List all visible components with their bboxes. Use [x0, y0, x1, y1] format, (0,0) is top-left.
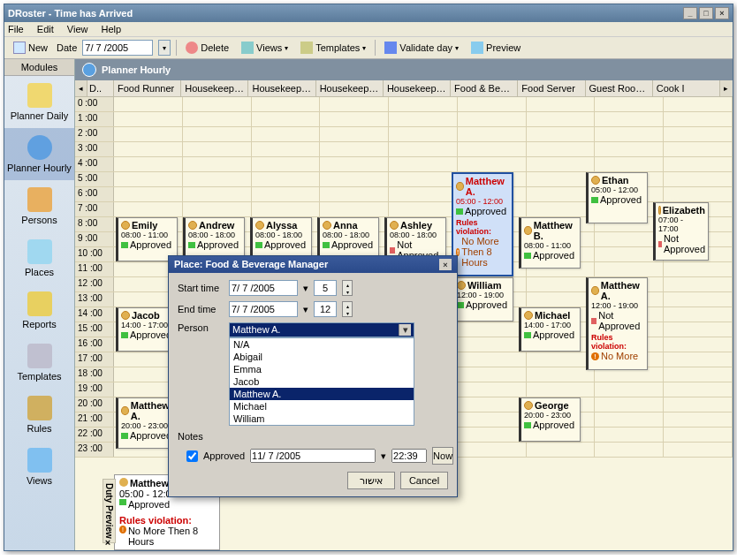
close-button[interactable]: ×: [715, 7, 729, 19]
menu-bar: File Edit View Help: [4, 22, 733, 37]
validate-button[interactable]: Validate day▾: [381, 40, 462, 56]
card-michael[interactable]: Michael 14:00 - 17:00 Approved: [519, 307, 581, 352]
window-title: DRoster - Time has Arrived: [8, 8, 133, 19]
card-matthew-b[interactable]: Matthew B. 08:00 - 11:00 Approved: [519, 217, 581, 269]
templates-button[interactable]: Templates▾: [297, 40, 369, 56]
approved-date-drop[interactable]: ▾: [381, 450, 386, 462]
preview-button[interactable]: Preview: [467, 40, 524, 56]
time-column-header: D..: [87, 80, 114, 96]
menu-file[interactable]: File: [8, 24, 24, 34]
end-time-label: End time: [178, 304, 224, 314]
col-guest-room[interactable]: Guest Room Atte...: [586, 80, 653, 96]
column-headers: ◂ D.. Food Runner Housekeeper 2 Housekee…: [75, 80, 733, 97]
col-housekeeper-4[interactable]: Housekeeper 4: [316, 80, 384, 96]
col-food-runner[interactable]: Food Runner: [114, 80, 181, 96]
module-templates[interactable]: Templates: [4, 337, 74, 389]
col-housekeeper-2[interactable]: Housekeeper 2: [181, 80, 248, 96]
start-date-input[interactable]: [229, 280, 298, 296]
edit-dialog: Place: Food & Beverage Manager × Start t…: [168, 255, 458, 497]
option-na[interactable]: N/A: [230, 338, 414, 351]
start-hour-spinner[interactable]: ▴▾: [342, 280, 353, 296]
menu-help[interactable]: Help: [102, 24, 122, 34]
date-dropdown[interactable]: ▾: [158, 40, 171, 56]
modules-panel: Modules Planner Daily Planner Hourly Per…: [4, 59, 75, 550]
option-jacob[interactable]: Jacob: [230, 375, 414, 388]
new-button[interactable]: New: [10, 40, 51, 56]
person-label: Person: [178, 322, 224, 333]
end-date-input[interactable]: [229, 301, 298, 317]
option-michael[interactable]: Michael: [230, 400, 414, 412]
notes-label: Notes: [178, 431, 224, 442]
approved-label: Approved: [203, 450, 245, 461]
module-reports[interactable]: Reports: [4, 284, 74, 337]
dialog-title-bar[interactable]: Place: Food & Beverage Manager ×: [169, 256, 457, 273]
module-persons[interactable]: Persons: [4, 180, 74, 232]
option-william[interactable]: William: [230, 412, 414, 425]
person-icon: [121, 221, 130, 230]
title-bar: DRoster - Time has Arrived _ □ ×: [4, 4, 733, 22]
option-emma[interactable]: Emma: [230, 363, 414, 375]
card-ethan[interactable]: Ethan 05:00 - 12:00 Approved: [586, 172, 648, 223]
start-time-label: Start time: [178, 283, 224, 293]
planner-header: Planner Hourly: [75, 59, 733, 80]
views-button[interactable]: Views▾: [238, 40, 292, 56]
module-views[interactable]: Views: [4, 441, 74, 493]
menu-view[interactable]: View: [67, 24, 88, 34]
end-hour-spinner[interactable]: ▴▾: [342, 301, 353, 317]
chevron-down-icon[interactable]: ▾: [399, 324, 411, 336]
menu-edit[interactable]: Edit: [37, 24, 54, 34]
approved-date-input[interactable]: [250, 449, 376, 463]
module-planner-daily[interactable]: Planner Daily: [4, 76, 74, 128]
dialog-close[interactable]: ×: [439, 259, 452, 270]
scroll-left[interactable]: ◂: [75, 80, 87, 96]
col-cook-1[interactable]: Cook I: [653, 80, 720, 96]
duty-preview-label: Duty Preview: [103, 479, 116, 543]
date-input[interactable]: [82, 40, 153, 56]
option-matthew-a[interactable]: Matthew A.: [230, 388, 414, 400]
scroll-right[interactable]: ▸: [720, 80, 733, 96]
option-abigail[interactable]: Abigail: [230, 351, 414, 363]
end-date-drop[interactable]: ▾: [303, 304, 308, 315]
card-matthew-a-fb[interactable]: Matthew A. 05:00 - 12:00 Approved Rules …: [452, 172, 513, 276]
person-listbox[interactable]: N/A Abigail Emma Jacob Matthew A. Michae…: [229, 337, 414, 426]
col-housekeeper-5[interactable]: Housekeeper 5: [384, 80, 451, 96]
card-george[interactable]: George 20:00 - 23:00 Approved: [519, 397, 581, 442]
flag-icon: [121, 242, 128, 248]
maximize-button[interactable]: □: [699, 7, 713, 19]
col-food-beverage[interactable]: Food & Beverage...: [451, 80, 518, 96]
delete-button[interactable]: Delete: [182, 40, 232, 56]
card-elizabeth[interactable]: Elizabeth 07:00 - 17:00 Not Approved: [653, 202, 709, 261]
date-label: Date: [57, 42, 77, 53]
module-planner-hourly[interactable]: Planner Hourly: [4, 128, 74, 180]
start-date-drop[interactable]: ▾: [303, 283, 308, 294]
planner-icon: [82, 63, 96, 77]
cancel-button[interactable]: Cancel: [400, 472, 448, 489]
module-places[interactable]: Places: [4, 232, 74, 284]
minimize-button[interactable]: _: [683, 7, 697, 19]
approved-checkbox[interactable]: [186, 450, 198, 462]
modules-header: Modules: [4, 59, 74, 76]
ok-button[interactable]: אישור: [347, 472, 395, 489]
card-william[interactable]: William 12:00 - 19:00 Approved: [452, 277, 513, 322]
toolbar: New Date ▾ Delete Views▾ Templates▾ Vali…: [4, 37, 733, 59]
module-rules[interactable]: Rules: [4, 389, 74, 441]
card-matthew-a-gr[interactable]: Matthew A. 12:00 - 19:00 Not Approved Ru…: [586, 277, 648, 370]
preview-close[interactable]: ×: [103, 537, 113, 548]
now-button[interactable]: Now: [432, 447, 453, 465]
app-window: DRoster - Time has Arrived _ □ × File Ed…: [4, 4, 733, 551]
start-hour-input[interactable]: [314, 280, 337, 296]
end-hour-input[interactable]: [314, 301, 337, 317]
person-combo[interactable]: Matthew A.▾: [229, 322, 414, 337]
col-food-server[interactable]: Food Server: [518, 80, 585, 96]
approved-time-input[interactable]: [391, 449, 427, 463]
col-housekeeper-3[interactable]: Housekeeper 3: [248, 80, 315, 96]
